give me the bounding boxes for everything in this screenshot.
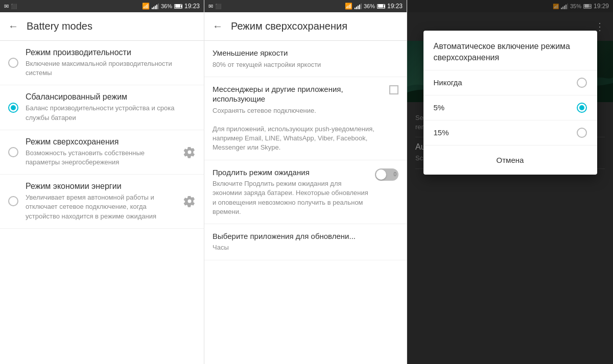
dialog-option-15[interactable]: 15% — [423, 120, 597, 145]
option-label-15: 15% — [434, 128, 577, 137]
brightness-desc: 80% от текущей настройки яркости — [213, 60, 398, 69]
status-time-1: 19:23 — [184, 3, 200, 10]
panel2-header: ← Режим сверхсохранения — [204, 12, 407, 41]
status-bar-1: ✉ ⬛ 📶 36% 19:23 — [0, 0, 204, 12]
radio-15[interactable] — [577, 128, 587, 138]
status-time-2: 19:23 — [387, 3, 403, 10]
radio-balanced[interactable] — [8, 103, 18, 113]
message-icon: ✉ — [4, 3, 9, 10]
mode-item-performance[interactable]: Режим производительности Включение макси… — [0, 41, 204, 85]
mode-item-ultra[interactable]: Режим сверхсохранения Возможность устано… — [0, 130, 204, 175]
mode-desc-ultra: Возможность установить собственные парам… — [26, 149, 179, 167]
toggle-knob — [376, 169, 386, 180]
auto-trigger-dialog: Автоматическое включение режима сверхсох… — [423, 31, 597, 175]
status-bar-2: ✉ ⬛ 📶 36% 19:23 — [204, 0, 407, 12]
radio-never[interactable] — [577, 78, 587, 88]
message-icon-2: ✉ — [208, 3, 213, 10]
messengers-desc: Сохранять сетевое подключение. Для прило… — [213, 106, 383, 153]
mode-text-economy: Режим экономии энергии Увеличивает время… — [26, 182, 179, 221]
radio-5[interactable] — [577, 103, 587, 113]
standby-text: Продлить режим ожидания Включите Продлит… — [213, 167, 369, 216]
dialog-buttons: Отмена — [423, 145, 597, 175]
standby-toggle[interactable]: 0 — [375, 168, 398, 181]
back-button-2[interactable]: ← — [213, 20, 223, 32]
brightness-text: Уменьшение яркости 80% от текущей настро… — [213, 48, 398, 69]
mode-list: Режим производительности Включение макси… — [0, 41, 204, 364]
brightness-title: Уменьшение яркости — [213, 48, 398, 58]
battery-modes-panel: ✉ ⬛ 📶 36% 19:23 ← Battery modes — [0, 0, 204, 364]
dialog-option-never[interactable]: Никогда — [423, 70, 597, 95]
apps-setting[interactable]: Выберите приложения для обновлени... Час… — [204, 224, 407, 260]
page-title-1: Battery modes — [27, 20, 92, 32]
signal-icon-2 — [355, 3, 362, 9]
mode-title-economy: Режим экономии энергии — [26, 182, 179, 191]
page-title-2: Режим сверхсохранения — [231, 20, 347, 32]
standby-title: Продлить режим ожидания — [213, 167, 369, 178]
mode-desc-performance: Включение максимальной производительност… — [26, 59, 196, 78]
ultra-saving-panel: ✉ ⬛ 📶 36% 19:23 ← Режим сверхсохранения — [204, 0, 407, 364]
radio-economy[interactable] — [8, 196, 18, 206]
screenshot-icon: ⬛ — [11, 4, 17, 9]
mode-text-ultra: Режим сверхсохранения Возможность устано… — [26, 137, 179, 167]
status-right-2: 📶 36% 19:23 — [345, 3, 403, 10]
mode-text-balanced: Сбалансированный режим Баланс производит… — [26, 92, 196, 122]
mode-title-ultra: Режим сверхсохранения — [26, 137, 179, 147]
mode-desc-economy: Увеличивает время автономной работы и от… — [26, 193, 179, 221]
messengers-title: Мессенджеры и другие приложения, использ… — [213, 84, 383, 104]
messengers-setting[interactable]: Мессенджеры и другие приложения, использ… — [204, 77, 407, 160]
mode-text-performance: Режим производительности Включение макси… — [26, 48, 196, 78]
radio-performance[interactable] — [8, 58, 18, 68]
wifi-icon: 📶 — [142, 3, 150, 10]
brightness-setting[interactable]: Уменьшение яркости 80% от текущей настро… — [204, 41, 407, 77]
toggle-label: 0 — [393, 172, 396, 177]
mode-item-economy[interactable]: Режим экономии энергии Увеличивает время… — [0, 175, 204, 229]
auto-trigger-panel: 📶 35% 19:29 ⋮ Автомат — [407, 0, 613, 364]
battery-icon-1 — [174, 4, 182, 9]
mode-title-performance: Режим производительности — [26, 48, 196, 57]
gear-icon-economy[interactable] — [183, 195, 196, 207]
messengers-checkbox[interactable] — [389, 85, 398, 94]
radio-ultra[interactable] — [8, 147, 18, 157]
cancel-button[interactable]: Отмена — [480, 152, 540, 168]
status-right-1: 📶 36% 19:23 — [142, 3, 200, 10]
signal-icon — [152, 3, 159, 9]
apps-text: Выберите приложения для обновлени... Час… — [213, 231, 398, 253]
wifi-icon-2: 📶 — [345, 3, 352, 10]
back-button-1[interactable]: ← — [8, 20, 18, 32]
dialog-overlay: Автоматическое включение режима сверхсох… — [407, 0, 613, 364]
apps-desc: Часы — [213, 243, 398, 252]
standby-desc: Включите Продлить режим ожидания для эко… — [213, 179, 369, 216]
mode-desc-balanced: Баланс производительности устройства и с… — [26, 104, 196, 122]
panel1-header: ← Battery modes — [0, 12, 204, 41]
option-label-never: Никогда — [434, 78, 577, 87]
mode-title-balanced: Сбалансированный режим — [26, 92, 196, 102]
battery-percent-1: 36% — [161, 3, 172, 9]
gear-icon-ultra[interactable] — [183, 146, 196, 158]
download-icon: ⬛ — [215, 4, 221, 9]
battery-percent-2: 36% — [364, 3, 375, 9]
status-left-2: ✉ ⬛ — [208, 3, 221, 10]
messengers-text: Мессенджеры и другие приложения, использ… — [213, 84, 383, 153]
status-left-1: ✉ ⬛ — [4, 3, 17, 10]
option-label-5: 5% — [434, 103, 577, 112]
battery-icon-2 — [377, 4, 385, 9]
dialog-title: Автоматическое включение режима сверхсох… — [423, 31, 597, 70]
mode-item-balanced[interactable]: Сбалансированный режим Баланс производит… — [0, 85, 204, 130]
standby-setting[interactable]: Продлить режим ожидания Включите Продлит… — [204, 160, 407, 224]
dialog-option-5[interactable]: 5% — [423, 95, 597, 120]
apps-title: Выберите приложения для обновлени... — [213, 231, 398, 241]
ultra-settings-list: Уменьшение яркости 80% от текущей настро… — [204, 41, 407, 364]
